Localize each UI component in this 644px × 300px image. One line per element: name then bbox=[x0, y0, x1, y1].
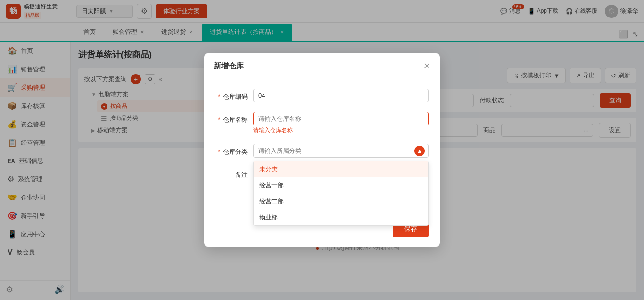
modal-close-button[interactable]: ✕ bbox=[423, 61, 430, 71]
dropdown-item-2[interactable]: 经营二部 bbox=[254, 193, 428, 209]
modal-title: 新增仓库 bbox=[214, 61, 244, 71]
category-required: * bbox=[218, 148, 220, 155]
category-input[interactable] bbox=[253, 144, 429, 158]
category-label: * 仓库分类 bbox=[215, 144, 253, 156]
modal-overlay: 新增仓库 ✕ * 仓库编码 * 仓库名称 bbox=[0, 0, 644, 300]
modal-add-warehouse: 新增仓库 ✕ * 仓库编码 * 仓库名称 bbox=[204, 53, 440, 247]
note-label: 备注 bbox=[215, 167, 253, 179]
code-label: * 仓库编码 bbox=[215, 89, 253, 101]
dropdown-item-3[interactable]: 物业部 bbox=[254, 209, 428, 225]
form-row-name: * 仓库名称 请输入仓库名称 bbox=[215, 112, 429, 134]
category-dropdown: 未分类 经营一部 经营二部 物业部 bbox=[253, 161, 429, 226]
name-input[interactable] bbox=[253, 112, 429, 125]
code-input[interactable] bbox=[253, 89, 429, 102]
category-toggle-button[interactable]: ▲ bbox=[414, 146, 425, 156]
code-field-wrap bbox=[253, 89, 429, 102]
dropdown-item-0[interactable]: 未分类 bbox=[254, 161, 428, 177]
modal-header: 新增仓库 ✕ bbox=[204, 53, 440, 79]
category-field-wrap: ▲ 未分类 经营一部 经营二部 物业部 bbox=[253, 144, 429, 158]
form-row-category: * 仓库分类 ▲ 未分类 经营一部 经营二部 物业部 bbox=[215, 144, 429, 158]
name-error-msg: 请输入仓库名称 bbox=[253, 126, 429, 134]
name-required: * bbox=[218, 116, 220, 123]
code-required: * bbox=[218, 93, 220, 100]
name-field-wrap: 请输入仓库名称 bbox=[253, 112, 429, 134]
category-input-wrap: ▲ bbox=[253, 144, 429, 158]
dropdown-item-1[interactable]: 经营一部 bbox=[254, 177, 428, 193]
name-label: * 仓库名称 bbox=[215, 112, 253, 124]
form-row-code: * 仓库编码 bbox=[215, 89, 429, 102]
modal-body: * 仓库编码 * 仓库名称 请输入仓库名称 bbox=[204, 79, 440, 216]
